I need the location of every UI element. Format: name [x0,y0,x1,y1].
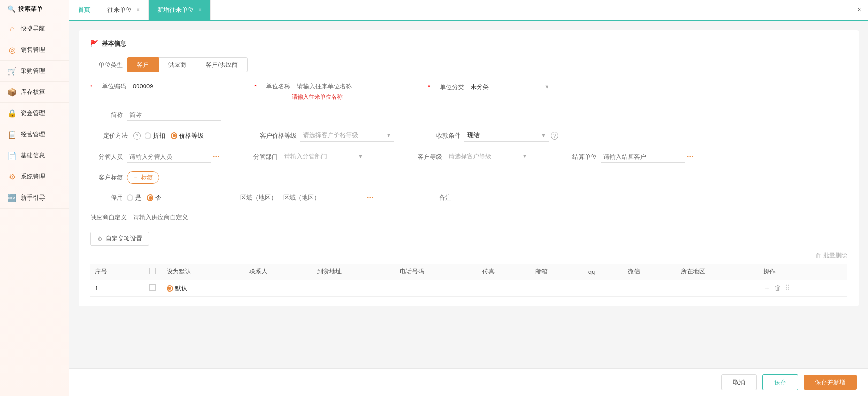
sidebar-item-operation[interactable]: 📋 经营管理 [0,124,69,145]
col-seq: 序号 [90,264,143,280]
add-tag-btn[interactable]: ＋ 标签 [127,171,159,184]
customer-level-placeholder: 请选择客户等级 [449,152,491,161]
payment-terms-field: 收款条件 现结 ▼ ? [428,129,569,142]
customer-price-placeholder: 请选择客户价格等级 [303,131,358,140]
tab-new-partner-close[interactable]: × [198,7,202,13]
pricing-radio-level[interactable]: 价格等级 [171,132,204,140]
sidebar-item-label: 系统管理 [21,172,45,181]
sidebar-item-label: 基础信息 [21,151,45,160]
custom-settings-btn[interactable]: ⚙ 自定义项设置 [90,232,149,246]
remark-label: 备注 [419,194,451,202]
unit-category-select[interactable]: 未分类 ▼ [468,81,552,93]
col-contact: 联系人 [244,264,312,280]
section-flag-icon: 🚩 [90,40,98,47]
gear-icon: ⚙ [97,235,103,242]
sidebar-item-purchase[interactable]: 🛒 采购管理 [0,61,69,82]
col-checkbox-all[interactable] [143,264,162,280]
save-new-button[interactable]: 保存并新增 [804,375,857,390]
sidebar-item-sales[interactable]: ◎ 销售管理 [0,39,69,61]
short-name-row: 简称 [90,109,847,121]
chevron-down-icon: ▼ [541,132,546,138]
tab-partners-close[interactable]: × [137,7,140,13]
trash-icon: 🗑 [815,252,821,259]
type-btn-supplier[interactable]: 供应商 [159,57,196,72]
supplier-custom-field: 供应商自定义 [90,212,268,223]
manager-dots-btn[interactable]: ··· [213,153,219,161]
required-star-name: * [254,83,257,90]
pricing-help-icon[interactable]: ? [133,132,141,140]
sidebar-search[interactable]: 🔍 搜索菜单 [0,0,69,18]
region-field: 区域（地区） ··· [240,192,400,203]
sidebar-item-inventory[interactable]: 📦 库存核算 [0,82,69,103]
add-row-icon[interactable]: ＋ [763,284,770,293]
tab-bar-close-btn[interactable]: × [851,0,868,20]
row-checkbox[interactable] [149,284,156,291]
tab-partners[interactable]: 往来单位 × [99,0,149,20]
chevron-down-icon: ▼ [522,154,527,159]
short-name-input[interactable] [127,109,221,121]
unit-code-input[interactable] [130,81,224,92]
dept-select[interactable]: 请输入分管部门 ▼ [282,150,366,163]
sidebar-item-basic[interactable]: 📄 基础信息 [0,145,69,166]
row-email [531,280,584,297]
unit-name-input[interactable] [294,81,397,92]
sidebar-item-system[interactable]: ⚙ 系统管理 [0,166,69,187]
payment-terms-select[interactable]: 现结 ▼ [464,129,549,142]
batch-delete-btn[interactable]: 🗑 批量删除 [815,251,847,260]
sales-icon: ◎ [8,45,17,54]
unit-type-field: 单位类型 客户 供应商 客户/供应商 [90,57,248,72]
cancel-button[interactable]: 取消 [721,374,757,390]
disabled-radio-no[interactable]: 否 [147,194,161,202]
pricing-radio-discount[interactable]: 折扣 [145,132,165,140]
checkbox-all[interactable] [149,268,156,274]
section-title: 🚩 基本信息 [90,39,847,48]
sidebar-item-label: 库存核算 [21,88,45,96]
default-radio[interactable]: 默认 [167,284,240,293]
payment-help-icon[interactable]: ? [551,132,558,140]
col-email: 邮箱 [531,264,584,280]
unit-name-field: * 单位名称 请输入往来单位名称 [254,81,414,101]
basic-info-card: 🚩 基本信息 单位类型 客户 供应商 客户/供应商 * 单位编码 [79,30,859,306]
radio-label-yes: 是 [135,194,141,202]
sidebar-item-guide[interactable]: 🆕 新手引导 [0,187,69,209]
region-dots-btn[interactable]: ··· [367,194,373,202]
radio-circle-yes [127,194,133,201]
row-seq: 1 [90,280,143,297]
type-btn-both[interactable]: 客户/供应商 [196,57,248,72]
row-region [676,280,759,297]
unit-type-row: 单位类型 客户 供应商 客户/供应商 [90,57,847,72]
save-button[interactable]: 保存 [762,374,798,390]
remark-input[interactable] [455,192,596,203]
supplier-custom-input[interactable] [130,212,234,223]
sidebar-item-label: 经营管理 [21,130,45,139]
payment-terms-value: 现结 [467,131,480,140]
customer-level-label: 客户等级 [409,153,442,161]
disabled-radio-yes[interactable]: 是 [127,194,141,202]
col-actions: 操作 [759,264,847,280]
manager-input[interactable] [127,151,211,163]
delete-row-icon[interactable]: 🗑 [774,284,781,293]
tab-bar: 首页 往来单位 × 新增往来单位 × × [69,0,868,21]
region-input[interactable] [281,192,365,203]
col-phone: 电话号码 [395,264,478,280]
tab-home[interactable]: 首页 [69,0,99,20]
sidebar-item-label: 快捷导航 [21,24,45,33]
col-default: 设为默认 [162,264,244,280]
system-icon: ⚙ [8,172,17,181]
sidebar-item-quick-nav[interactable]: ⌂ 快捷导航 [0,18,69,39]
tab-home-label: 首页 [78,6,90,14]
type-btn-customer[interactable]: 客户 [127,57,159,72]
radio-label-level: 价格等级 [179,132,204,140]
settlement-dots-btn[interactable]: ··· [687,153,693,161]
col-address: 到货地址 [312,264,395,280]
customer-price-select[interactable]: 请选择客户价格等级 ▼ [300,129,394,142]
unit-code-label: 单位编码 [93,82,126,91]
tab-new-partner[interactable]: 新增往来单位 × [149,0,211,20]
customer-level-select[interactable]: 请选择客户等级 ▼ [446,150,530,163]
drag-icon: ⠿ [785,284,790,293]
required-star: * [90,83,92,90]
sidebar-item-finance[interactable]: 🔒 资金管理 [0,103,69,124]
settlement-input[interactable] [601,151,685,163]
custom-settings-label: 自定义项设置 [106,234,142,243]
sidebar-item-label: 销售管理 [21,46,45,54]
